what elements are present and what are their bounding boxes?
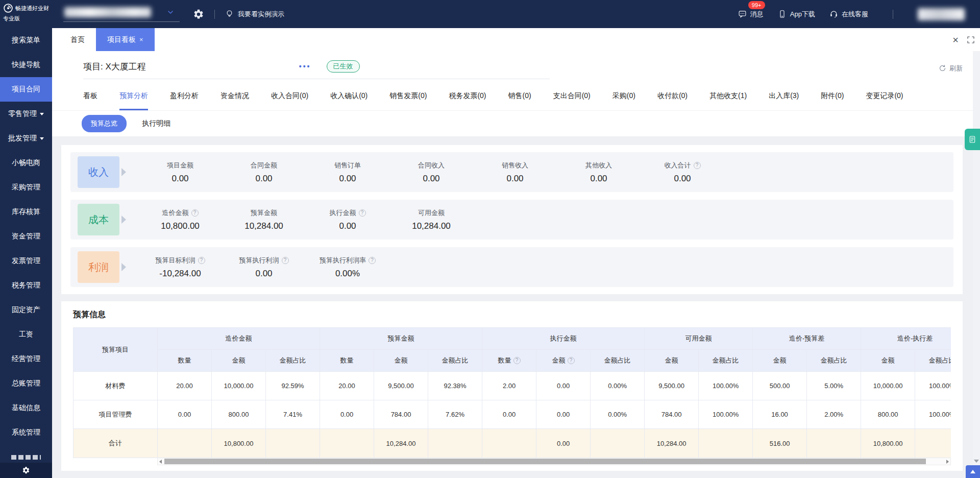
subcol-header: 金额占比: [428, 350, 482, 372]
page-title: 项目: X大厦工程: [83, 61, 146, 73]
balloon-icon: [225, 10, 234, 18]
help-icon[interactable]: [191, 209, 199, 217]
app-download-button[interactable]: App下载: [778, 10, 815, 19]
group-header-cost-estimate: 造价金额: [158, 328, 320, 350]
scroll-down-icon[interactable]: [974, 460, 979, 463]
row-name: 材料费: [74, 372, 158, 400]
tab-funds-status[interactable]: 资金情况: [220, 83, 249, 110]
arrow-up-icon: [970, 470, 975, 473]
refresh-button[interactable]: 刷新: [939, 64, 963, 76]
metric-sales-order: 销售订单0.00: [306, 161, 389, 184]
sidebar-item-project-contract[interactable]: 项目合同: [0, 77, 52, 102]
metric-other-income: 其他收入0.00: [557, 161, 641, 184]
subtab-execution-detail[interactable]: 执行明细: [142, 119, 170, 128]
subtab-budget-overview[interactable]: 预算总览: [82, 115, 127, 132]
help-icon[interactable]: [369, 257, 376, 264]
row-name: 项目管理费: [74, 400, 158, 429]
sidebar-item-invoice[interactable]: 发票管理: [0, 249, 52, 273]
sidebar-item-payroll[interactable]: 工资: [0, 322, 52, 347]
brand-edition: 专业版: [3, 15, 50, 22]
sidebar-item-purchase[interactable]: 采购管理: [0, 175, 52, 200]
sidebar-settings-button[interactable]: [0, 463, 52, 478]
help-icon[interactable]: [513, 357, 521, 364]
horizontal-scrollbar[interactable]: [157, 458, 951, 465]
project-title-field: 项目: X大厦工程 ••• 已生效: [83, 60, 550, 79]
tab-stock-io[interactable]: 出入库(3): [769, 83, 799, 110]
help-icon[interactable]: [694, 162, 701, 169]
vertical-scrollbar-rail[interactable]: [973, 51, 980, 478]
help-icon[interactable]: [198, 257, 205, 264]
tab-close-icon[interactable]: ×: [139, 36, 143, 43]
sidebar-item-operations[interactable]: 经营管理: [0, 347, 52, 371]
metric-project-amount: 项目金额0.00: [138, 161, 222, 184]
help-icon[interactable]: [359, 209, 366, 217]
scroll-right-icon[interactable]: [946, 460, 949, 464]
cell: 0.00: [536, 400, 591, 429]
subcol-header: 金额占比: [591, 350, 645, 372]
sidebar-item-basic-info[interactable]: 基础信息: [0, 396, 52, 420]
chevron-right-icon[interactable]: [121, 216, 126, 224]
metric-executed-amount: 执行金额0.00: [306, 208, 389, 231]
scroll-left-icon[interactable]: [159, 460, 162, 464]
chevron-right-icon[interactable]: [121, 168, 126, 176]
chevron-right-icon[interactable]: [121, 263, 126, 271]
tab-sales[interactable]: 销售(0): [508, 83, 531, 110]
tab-attachments[interactable]: 附件(0): [821, 83, 844, 110]
tab-budget-analysis[interactable]: 预算分析: [119, 83, 148, 110]
fullscreen-icon[interactable]: [967, 36, 975, 44]
sidebar-item-tax[interactable]: 税务管理: [0, 273, 52, 298]
user-account-redacted[interactable]: [918, 8, 965, 20]
back-to-top-button[interactable]: [966, 465, 980, 478]
budget-table: 预算项目 造价金额 预算金额 执行金额 可用金额 造价-预算差 造价-执行差 数…: [73, 327, 951, 458]
workspace-name-redacted: [64, 7, 151, 17]
close-all-icon[interactable]: ×: [952, 35, 959, 45]
tab-expense-contract[interactable]: 支出合同(0): [553, 83, 591, 110]
tab-kanban[interactable]: 看板: [83, 83, 97, 110]
app-download-label: App下载: [790, 10, 815, 19]
sidebar-item-inventory-accounting[interactable]: 库存核算: [0, 200, 52, 224]
chevron-down-icon[interactable]: [166, 8, 175, 16]
sidebar-item-quick-nav[interactable]: 快捷导航: [0, 53, 52, 77]
metric-budget-exec-profit-rate: 预算执行利润率0.00%: [306, 256, 389, 279]
tab-payments[interactable]: 收付款(0): [657, 83, 688, 110]
tab-sales-invoice[interactable]: 销售发票(0): [389, 83, 427, 110]
subcol-header: 金额: [645, 350, 699, 372]
metric-budget-exec-profit: 预算执行利润0.00: [222, 256, 306, 279]
tab-profit-analysis[interactable]: 盈利分析: [170, 83, 199, 110]
tab-project-board[interactable]: 项目看板 ×: [96, 28, 155, 51]
cell: [320, 429, 374, 458]
sidebar-item-ecommerce[interactable]: 小畅电商: [0, 151, 52, 175]
online-support-button[interactable]: 在线客服: [829, 10, 868, 19]
online-support-label: 在线客服: [842, 10, 868, 19]
cell: 800.00: [212, 400, 266, 429]
messages-button[interactable]: 99+ 消息: [738, 10, 764, 19]
settings-gear-icon[interactable]: [193, 9, 204, 20]
sidebar-item-funds[interactable]: 资金管理: [0, 224, 52, 249]
demo-link[interactable]: 我要看实例演示: [225, 10, 284, 19]
cell: [482, 429, 536, 458]
quick-note-side-button[interactable]: [965, 129, 980, 150]
more-actions-icon[interactable]: •••: [299, 62, 311, 70]
sidebar-item-system[interactable]: 系统管理: [0, 420, 52, 445]
sidebar-item-search-menu[interactable]: 搜索菜单: [0, 28, 52, 53]
tab-change-log[interactable]: 变更记录(0): [866, 83, 903, 110]
brand-logo-icon: [3, 3, 13, 13]
tab-income-confirm[interactable]: 收入确认(0): [330, 83, 368, 110]
help-icon[interactable]: [568, 357, 575, 364]
scrollbar-thumb[interactable]: [164, 459, 926, 464]
metric-budget-target-profit: 预算目标利润-10,284.00: [138, 256, 222, 279]
tab-income-contract[interactable]: 收入合同(0): [271, 83, 308, 110]
help-icon[interactable]: [282, 257, 289, 264]
sidebar-item-retail[interactable]: 零售管理: [0, 102, 52, 126]
cell: [591, 429, 645, 458]
sidebar-item-wholesale[interactable]: 批发管理: [0, 126, 52, 151]
cell: 10,284.00: [374, 429, 428, 458]
tab-tax-invoice[interactable]: 税务发票(0): [449, 83, 486, 110]
workspace-selector[interactable]: [63, 6, 180, 22]
sidebar-item-fixed-assets[interactable]: 固定资产: [0, 298, 52, 322]
tab-other-income-expense[interactable]: 其他收支(1): [709, 83, 747, 110]
tab-purchase[interactable]: 采购(0): [612, 83, 635, 110]
cell: 100.00%: [699, 372, 753, 400]
tab-home[interactable]: 首页: [59, 28, 96, 51]
sidebar-item-general-ledger[interactable]: 总账管理: [0, 371, 52, 396]
